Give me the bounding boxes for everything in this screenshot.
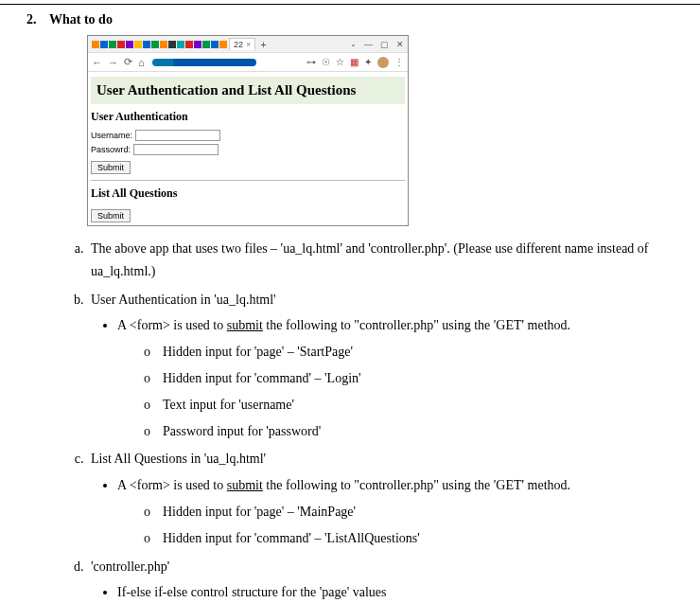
item-d-text: 'controller.php' [91, 559, 169, 574]
username-label: Username: [91, 131, 132, 140]
page-divider [0, 4, 700, 5]
reload-icon[interactable]: ⟳ [124, 56, 132, 68]
item-c-bullet-u: submit [227, 478, 263, 492]
favicon-icon [194, 41, 201, 48]
star-icon[interactable]: ☆ [336, 57, 344, 67]
favicon-icon [109, 41, 116, 48]
password-input[interactable] [133, 144, 219, 155]
item-b-bullet: A <form> is used to submit the following… [117, 314, 681, 442]
maximize-icon[interactable]: ▢ [380, 40, 389, 49]
browser-window: 22 × + ⌄ — ▢ ✕ ← → ⟳ ⌂ ⊶ ☉ ☆ ▦ ✦ ⋮ [87, 35, 409, 226]
favicon-icon [100, 41, 108, 48]
url-redacted [152, 59, 256, 66]
item-b-sub4: Password input for 'password' [144, 420, 681, 443]
password-label: Passowrd: [91, 145, 131, 154]
item-b: User Authentication in 'ua_lq.html' A <f… [87, 289, 681, 443]
forward-icon[interactable]: → [108, 57, 118, 68]
section-header: 2. What to do [26, 12, 681, 27]
avatar[interactable] [377, 57, 389, 68]
item-b-bullet-u: submit [227, 318, 263, 332]
address-bar: ← → ⟳ ⌂ ⊶ ☉ ☆ ▦ ✦ ⋮ [88, 53, 408, 72]
favicon-icon [185, 41, 193, 48]
submit-auth-button[interactable]: Submit [91, 161, 131, 174]
page-viewport: User Authentication and List All Questio… [88, 72, 408, 225]
home-icon[interactable]: ⌂ [138, 57, 145, 68]
window-close-icon[interactable]: ✕ [396, 40, 404, 49]
password-row: Passowrd: [91, 144, 405, 155]
more-icon[interactable]: ⋮ [394, 57, 404, 67]
eye-icon[interactable]: ☉ [322, 57, 330, 67]
divider [91, 180, 405, 181]
puzzle-icon[interactable]: ✦ [364, 57, 372, 67]
item-c-sub2: Hidden input for 'command' – 'ListAllQue… [144, 527, 681, 550]
username-row: Username: [91, 130, 405, 141]
favicon-icon [211, 41, 219, 48]
section-number: 2. [26, 12, 49, 27]
item-d-sub1: If-else if-else control structure for th… [117, 581, 681, 603]
item-b-sub3: Text input for 'username' [144, 394, 681, 417]
tab-bar: 22 × + ⌄ — ▢ ✕ [88, 36, 408, 53]
favicon-icon [202, 41, 210, 48]
favicon-icon [151, 41, 159, 48]
favicon-icon [92, 41, 99, 48]
close-tab-icon[interactable]: × [246, 40, 251, 49]
back-icon[interactable]: ← [92, 57, 102, 68]
item-b-sub2: Hidden input for 'command' – 'Login' [144, 367, 681, 390]
item-c: List All Questions in 'ua_lq.html' A <fo… [87, 448, 681, 549]
item-c-sub1: Hidden input for 'page' – 'MainPage' [144, 501, 681, 523]
item-b-sub1: Hidden input for 'page' – 'StartPage' [144, 341, 681, 364]
favicon-icon [117, 41, 125, 48]
username-input[interactable] [135, 130, 220, 141]
extension-icon[interactable]: ▦ [350, 57, 359, 67]
active-tab[interactable]: 22 × [229, 38, 255, 50]
favicon-icon [160, 41, 167, 48]
minimize-icon[interactable]: — [364, 40, 373, 49]
instructions-list: The above app that uses two files – 'ua_… [19, 238, 681, 603]
item-c-text: List All Questions in 'ua_lq.html' [91, 452, 266, 466]
item-b-bullet-pre: A <form> is used to [117, 318, 227, 332]
favicon-icon [126, 41, 133, 48]
item-c-bullet: A <form> is used to submit the following… [117, 474, 681, 549]
favicon-icon [134, 41, 142, 48]
item-c-bullet-pre: A <form> is used to [117, 478, 227, 492]
favicon-icon [143, 41, 150, 48]
item-d: 'controller.php' If-else if-else control… [87, 556, 681, 603]
section-title: What to do [49, 12, 113, 27]
url-field[interactable] [150, 57, 301, 68]
list-heading: List All Questions [91, 186, 405, 201]
new-tab-button[interactable]: + [257, 39, 269, 50]
tab-dropdown-icon[interactable]: ⌄ [350, 40, 357, 48]
favicon-icon [177, 41, 184, 48]
item-c-bullet-post: the following to "controller.php" using … [263, 478, 570, 492]
active-tab-label: 22 [234, 40, 243, 49]
key-icon[interactable]: ⊶ [306, 57, 316, 67]
auth-heading: User Authentication [91, 110, 405, 124]
favicon-icon [168, 41, 176, 48]
favicon-icon [219, 41, 227, 48]
item-b-bullet-post: the following to "controller.php" using … [263, 318, 570, 332]
item-a: The above app that uses two files – 'ua_… [87, 238, 681, 283]
submit-list-button[interactable]: Submit [91, 209, 131, 222]
item-b-text: User Authentication in 'ua_lq.html' [91, 293, 276, 307]
tab-favicons [92, 41, 227, 48]
page-title: User Authentication and List All Questio… [91, 77, 405, 104]
